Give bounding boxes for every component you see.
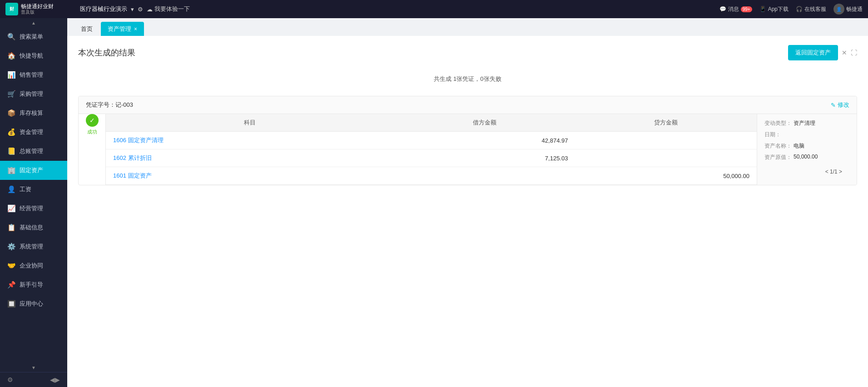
sidebar-item-guide[interactable]: 📌 新手引导	[0, 275, 67, 294]
sidebar-item-sales[interactable]: 📊 销售管理	[0, 65, 67, 84]
close-panel-btn[interactable]: ✕	[842, 49, 847, 56]
voucher-content: ✓ 成功 科目 借方金额 贷方金额	[79, 114, 857, 185]
table-row: 1606 固定资产清理 42,874.97	[106, 132, 757, 149]
info-asset-value: 资产原值： 50,000.00	[764, 154, 849, 161]
voucher-header: 凭证字号：记-003 ✎ 修改	[79, 96, 857, 114]
sidebar-footer: ⚙ ◀▶	[0, 372, 67, 387]
message-btn[interactable]: 💬 消息 99+	[719, 5, 752, 13]
row1-credit	[575, 132, 757, 149]
purchase-icon: 🛒	[7, 90, 16, 98]
guide-icon: 📌	[7, 281, 16, 289]
app-download-icon: 📱	[759, 6, 766, 12]
voucher-block: 凭证字号：记-003 ✎ 修改 ✓ 成功	[78, 96, 857, 185]
sidebar-item-operations[interactable]: 📈 经营管理	[0, 199, 67, 218]
search-icon: 🔍	[7, 33, 16, 41]
voucher-number: 凭证字号：记-003	[86, 101, 133, 109]
row3-subject: 1601 固定资产	[106, 167, 394, 185]
col-header-debit: 借方金额	[394, 114, 575, 132]
sidebar-item-inventory[interactable]: 📦 库存核算	[0, 104, 67, 123]
page-title-row: 本次生成的结果 返回固定资产 ✕ ⛶	[78, 45, 857, 60]
sidebar-scroll-up[interactable]: ▲	[0, 18, 67, 27]
col-header-subject: 科目	[106, 114, 394, 132]
row1-subject: 1606 固定资产清理	[106, 132, 394, 149]
basic-info-icon: 📋	[7, 223, 16, 232]
row3-credit: 50,000.00	[575, 167, 757, 185]
summary-bar: 共生成 1张凭证，0张失败	[78, 69, 857, 89]
sidebar-scroll-down[interactable]: ▼	[0, 363, 67, 372]
edit-voucher-btn[interactable]: ✎ 修改	[831, 101, 849, 109]
success-status-cell: ✓ 成功	[79, 114, 106, 185]
pagination: < 1/1 >	[764, 165, 849, 179]
table-row: 1602 累计折旧 7,125.03	[106, 149, 757, 167]
page-title: 本次生成的结果	[78, 47, 135, 58]
avatar: 👤	[833, 4, 844, 15]
row1-debit: 42,874.97	[394, 132, 575, 149]
sidebar-item-fixed-assets[interactable]: 🏢 固定资产	[0, 161, 67, 180]
col-header-credit: 贷方金额	[575, 114, 757, 132]
sidebar-item-app-center[interactable]: 🔲 应用中心	[0, 294, 67, 313]
ledger-icon: 📒	[7, 147, 16, 155]
info-date: 日期：	[764, 131, 849, 139]
message-icon: 💬	[719, 6, 726, 12]
row2-subject: 1602 累计折旧	[106, 149, 394, 167]
online-service-btn[interactable]: 🎧 在线客服	[796, 5, 826, 13]
sidebar-item-funds[interactable]: 💰 资金管理	[0, 123, 67, 142]
tab-asset-mgmt[interactable]: 资产管理 ×	[101, 22, 144, 36]
header-right: 💬 消息 99+ 📱 App下载 🎧 在线客服 👤 畅捷通	[719, 4, 863, 15]
voucher-table: 科目 借方金额 贷方金额 1606 固定资产清理 42,874.97	[106, 114, 757, 185]
info-change-type: 变动类型： 资产清理	[764, 119, 849, 127]
edit-icon: ✎	[831, 102, 836, 109]
sidebar-scroll: 🔍 搜索菜单 🏠 快捷导航 📊 销售管理 🛒 采购管理 📦 库存核算 💰	[0, 27, 67, 363]
table-row: 1601 固定资产 50,000.00	[106, 167, 757, 185]
row2-debit: 7,125.03	[394, 149, 575, 167]
operations-icon: 📈	[7, 204, 16, 213]
voucher-table-area: 科目 借方金额 贷方金额 1606 固定资产清理 42,874.97	[106, 114, 757, 185]
header-center: 医疗器械行业演示 ▾ ⚙ ☁ 我要体验一下	[73, 5, 719, 13]
logo-area: 财 畅捷通好业财 普及版	[5, 3, 73, 15]
info-asset-name: 资产名称： 电脑	[764, 142, 849, 150]
content-area: 首页 资产管理 × 本次生成的结果 返回固定资产 ✕ ⛶ 共生成 1张凭证，0张…	[67, 18, 868, 387]
row2-credit	[575, 149, 757, 167]
sidebar-item-basic-info[interactable]: 📋 基础信息	[0, 218, 67, 237]
sidebar-item-enterprise[interactable]: 🤝 企业协同	[0, 256, 67, 275]
app-download-btn[interactable]: 📱 App下载	[759, 5, 789, 13]
maximize-btn[interactable]: ⛶	[851, 49, 857, 56]
top-header: 财 畅捷通好业财 普及版 医疗器械行业演示 ▾ ⚙ ☁ 我要体验一下 💬 消息 …	[0, 0, 868, 18]
experience-btn[interactable]: ☁ 我要体验一下	[147, 5, 190, 13]
settings-btn[interactable]: ⚙	[138, 6, 143, 13]
sidebar-settings-btn[interactable]: ⚙	[7, 376, 13, 383]
sidebar-item-ledger[interactable]: 📒 总账管理	[0, 142, 67, 161]
sidebar-item-quick-nav[interactable]: 🏠 快捷导航	[0, 46, 67, 65]
company-dropdown[interactable]: ▾	[131, 6, 134, 13]
enterprise-icon: 🤝	[7, 262, 16, 270]
fixed-assets-icon: 🏢	[7, 166, 16, 174]
logo-icon: 财	[5, 3, 18, 15]
row3-debit	[394, 167, 575, 185]
message-badge: 99+	[741, 6, 752, 12]
page-content: 本次生成的结果 返回固定资产 ✕ ⛶ 共生成 1张凭证，0张失败 凭证字号：记-…	[67, 36, 868, 387]
main-layout: ▲ 🔍 搜索菜单 🏠 快捷导航 📊 销售管理 🛒 采购管理 📦 库存核算	[0, 18, 868, 387]
headset-icon: 🎧	[796, 6, 803, 12]
company-name: 医疗器械行业演示	[80, 5, 127, 13]
back-to-fixed-assets-btn[interactable]: 返回固定资产	[788, 45, 838, 60]
sidebar-item-purchase[interactable]: 🛒 采购管理	[0, 84, 67, 104]
inventory-icon: 📦	[7, 109, 16, 117]
system-icon: ⚙️	[7, 243, 16, 251]
sidebar: ▲ 🔍 搜索菜单 🏠 快捷导航 📊 销售管理 🛒 采购管理 📦 库存核算	[0, 18, 67, 387]
sales-icon: 📊	[7, 71, 16, 79]
sidebar-collapse-btn[interactable]: ◀▶	[50, 376, 60, 383]
sidebar-item-payroll[interactable]: 👤 工资	[0, 180, 67, 199]
tab-close-btn[interactable]: ×	[134, 26, 137, 32]
funds-icon: 💰	[7, 128, 16, 136]
logo-text: 畅捷通好业财 普及版	[21, 3, 54, 15]
tab-bar: 首页 资产管理 ×	[67, 18, 868, 36]
voucher-info-panel: 变动类型： 资产清理 日期： 资产名称： 电脑 资产原值：	[757, 114, 857, 185]
tab-home[interactable]: 首页	[74, 22, 99, 36]
user-area[interactable]: 👤 畅捷通	[833, 4, 863, 15]
app-center-icon: 🔲	[7, 300, 16, 308]
payroll-icon: 👤	[7, 185, 16, 194]
sidebar-item-search[interactable]: 🔍 搜索菜单	[0, 27, 67, 46]
home-icon: 🏠	[7, 52, 16, 60]
success-icon: ✓	[86, 114, 99, 127]
sidebar-item-system[interactable]: ⚙️ 系统管理	[0, 237, 67, 256]
